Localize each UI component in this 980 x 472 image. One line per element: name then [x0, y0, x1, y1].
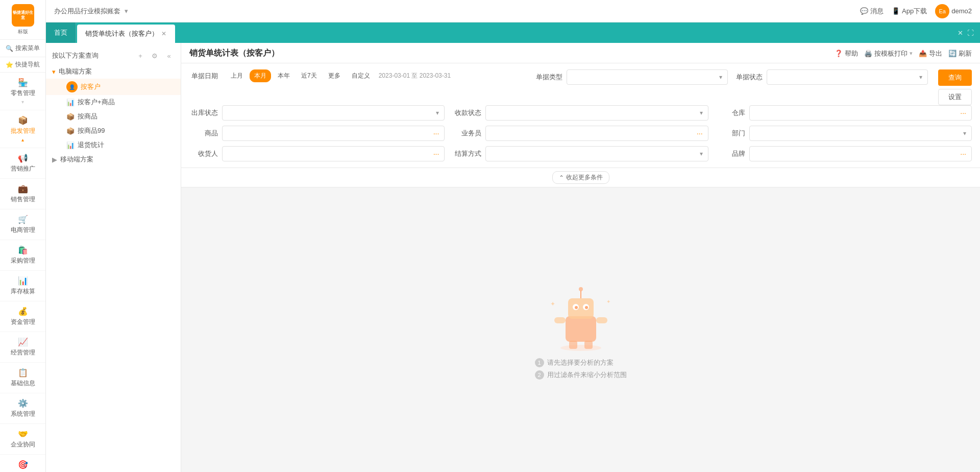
- date-btn-7days[interactable]: 近7天: [297, 69, 322, 82]
- filter-date-group: 单据日期 上月 本月 本年: [189, 69, 528, 86]
- sidebar-item-enterprise[interactable]: 🤝 企业协同: [0, 424, 45, 455]
- message-button[interactable]: 💬 消息: [860, 7, 884, 16]
- order-type-select[interactable]: ▾: [567, 69, 728, 85]
- left-panel-title: 按以下方案查询: [52, 51, 99, 60]
- empty-tip-1: 1 请先选择要分析的方案: [535, 358, 627, 367]
- svg-rect-1: [566, 316, 596, 342]
- industry-label: 办公用品行业模拟账套: [54, 7, 120, 16]
- date-range-value: 2023-03-01 至 2023-03-31: [379, 72, 451, 80]
- user-profile[interactable]: Ea demo2: [935, 4, 972, 18]
- date-btn-this-year[interactable]: 本年: [273, 69, 295, 82]
- home-label: 首页: [54, 28, 67, 37]
- logo-icon: 畅捷通好生意: [12, 4, 34, 27]
- system-icon: ⚙️: [18, 398, 28, 408]
- export-button[interactable]: 📤 导出: [919, 49, 942, 58]
- sidebar-item-inventory[interactable]: 📊 库存核算: [0, 271, 45, 301]
- tip-num-1: 1: [535, 358, 544, 367]
- filter-consignee: 收货人 ···: [189, 146, 445, 161]
- refresh-button[interactable]: 🔄 刷新: [948, 49, 972, 58]
- customer-product-icon: 📊: [66, 99, 75, 106]
- product-select[interactable]: ···: [222, 126, 445, 141]
- tree-section-desktop[interactable]: ▾ 电脑端方案: [46, 64, 181, 79]
- settings-scheme-button[interactable]: ⚙: [149, 50, 160, 61]
- topbar-right: 💬 消息 📱 App下载 Ea demo2: [860, 4, 972, 18]
- tree-item-customer-product[interactable]: 📊 按客户+商品: [46, 95, 181, 109]
- receipt-status-select[interactable]: ▾: [485, 105, 708, 121]
- date-btn-this-month[interactable]: 本月: [250, 69, 271, 82]
- chevron-up-icon: ▴: [21, 137, 24, 143]
- warehouse-dots-icon: ···: [960, 109, 966, 117]
- svg-point-8: [579, 287, 583, 291]
- warehouse-label: 仓库: [717, 108, 745, 117]
- tree-item-return-stats[interactable]: 📊 退货统计: [46, 138, 181, 152]
- consignee-dots-icon: ···: [433, 150, 439, 158]
- search-menu-item[interactable]: 🔍 搜索菜单: [0, 40, 45, 57]
- chevron-down-icon: ▾: [21, 99, 24, 105]
- refresh-icon: 🔄: [948, 50, 957, 57]
- topbar-left: 办公用品行业模拟账套 ▾: [54, 7, 128, 16]
- tab-home[interactable]: 首页: [46, 22, 76, 43]
- settlement-select[interactable]: ▾: [485, 146, 708, 161]
- tree-section-mobile[interactable]: ▶ 移动端方案: [46, 152, 181, 167]
- content-area: 按以下方案查询 + ⚙ « ▾ 电脑端方案: [46, 43, 980, 472]
- date-btn-more[interactable]: 更多: [324, 69, 345, 82]
- collapse-panel-button[interactable]: «: [163, 50, 175, 61]
- date-label: 单据日期: [189, 72, 218, 81]
- search-icon: 🔍: [6, 45, 13, 52]
- collapse-button[interactable]: ⌃ 收起更多条件: [552, 171, 609, 184]
- svg-point-6: [585, 306, 588, 309]
- date-btn-custom[interactable]: 自定义: [347, 69, 375, 82]
- avatar: Ea: [935, 4, 949, 18]
- order-status-select[interactable]: ▾: [767, 69, 928, 85]
- sidebar-item-retail[interactable]: 🏪 零售管理 ▾: [0, 73, 45, 110]
- filter-row-2: 出库状态 ▾ 收款状态 ▾ 仓库: [189, 105, 972, 121]
- sidebar-item-purchase[interactable]: 🛍️ 采购管理: [0, 240, 45, 271]
- sidebar-item-finance[interactable]: 💰 资金管理: [0, 301, 45, 332]
- sidebar-item-ecommerce[interactable]: 🛒 电商管理: [0, 209, 45, 240]
- sidebar: 畅捷通好生意 标版 🔍 搜索菜单 ⭐ 快捷导航 🏪 零售管理 ▾ 📦 批发管理 …: [0, 0, 46, 472]
- industry-dropdown-icon[interactable]: ▾: [125, 7, 128, 15]
- consignee-select[interactable]: ···: [222, 146, 445, 161]
- svg-rect-2: [568, 298, 594, 319]
- query-button[interactable]: 查询: [938, 69, 972, 86]
- filter-order-type-group: 单据类型 ▾: [534, 69, 728, 85]
- filter-receipt-status: 收款状态 ▾: [453, 105, 708, 121]
- quick-nav-item[interactable]: ⭐ 快捷导航: [0, 57, 45, 73]
- sidebar-item-system[interactable]: ⚙️ 系统管理: [0, 393, 45, 424]
- filter-department: 部门 ▾: [717, 126, 972, 141]
- help-icon: ❓: [835, 50, 843, 57]
- sidebar-item-marketing[interactable]: 📢 营销推广: [0, 148, 45, 179]
- order-status-arrow-icon: ▾: [919, 74, 922, 81]
- brand-select[interactable]: ···: [749, 146, 972, 161]
- sidebar-item-sales[interactable]: 💼 销售管理: [0, 179, 45, 209]
- sidebar-item-wholesale[interactable]: 📦 批发管理 ▴: [0, 110, 45, 148]
- sales-icon: 💼: [18, 184, 28, 194]
- order-type-arrow-icon: ▾: [719, 74, 722, 81]
- out-status-select[interactable]: ▾: [222, 105, 445, 121]
- filter-out-status: 出库状态 ▾: [189, 105, 445, 121]
- department-select[interactable]: ▾: [749, 126, 972, 141]
- help-button[interactable]: ❓ 帮助: [835, 49, 858, 58]
- tab-sales-stats[interactable]: 销货单统计表（按客户） ✕: [77, 25, 175, 43]
- receipt-status-arrow-icon: ▾: [700, 109, 703, 116]
- settings-button[interactable]: 设置: [938, 89, 972, 105]
- sidebar-item-newuser[interactable]: 🎯 新手引导: [0, 455, 45, 472]
- filter-warehouse: 仓库 ···: [717, 105, 972, 121]
- tree-item-by-product99[interactable]: 📦 按商品99: [46, 124, 181, 138]
- close-window-icon[interactable]: ✕: [958, 29, 963, 37]
- salesperson-select[interactable]: ···: [485, 126, 708, 141]
- print-button[interactable]: 🖨️ 按模板打印 ▾: [864, 49, 913, 58]
- tab-close-icon[interactable]: ✕: [161, 30, 166, 37]
- product-label: 商品: [189, 129, 218, 138]
- add-scheme-button[interactable]: +: [135, 50, 146, 61]
- sidebar-item-basics[interactable]: 📋 基础信息: [0, 363, 45, 393]
- app-download-button[interactable]: 📱 App下载: [892, 7, 927, 16]
- warehouse-select[interactable]: ···: [749, 105, 972, 121]
- tree-item-by-product[interactable]: 📦 按商品: [46, 109, 181, 124]
- maximize-window-icon[interactable]: ⛶: [967, 29, 974, 37]
- out-status-arrow-icon: ▾: [436, 109, 439, 116]
- empty-tips: 1 请先选择要分析的方案 2 用过滤条件来缩小分析范围: [535, 358, 627, 380]
- date-btn-last-month[interactable]: 上月: [226, 69, 248, 82]
- sidebar-item-operation[interactable]: 📈 经营管理: [0, 332, 45, 363]
- tree-item-by-customer[interactable]: 👤 按客户: [46, 79, 181, 95]
